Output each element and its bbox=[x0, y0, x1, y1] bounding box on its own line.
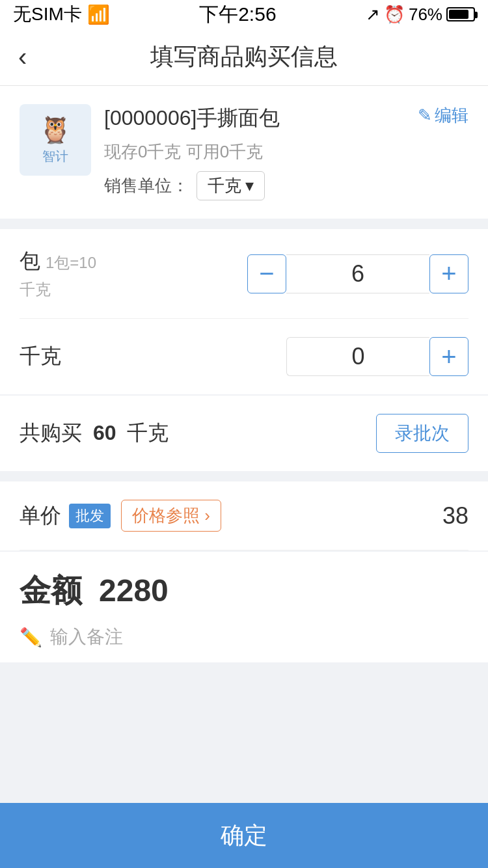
bao-qty-input[interactable] bbox=[286, 254, 429, 293]
chevron-down-icon: ▾ bbox=[245, 176, 254, 196]
qianke-qty-controls: + bbox=[286, 337, 468, 376]
page-title: 填写商品购买信息 bbox=[150, 41, 338, 73]
price-value: 38 bbox=[442, 502, 468, 530]
edit-icon: ✎ bbox=[418, 105, 432, 126]
unit-label: 销售单位： bbox=[104, 174, 189, 197]
bao-label: 包1包=10千克 bbox=[20, 247, 111, 300]
total-text: 共购买 60 千克 bbox=[20, 419, 169, 448]
status-bar-left: 无SIM卡 📶 bbox=[13, 2, 110, 27]
carrier-text: 无SIM卡 bbox=[13, 2, 82, 27]
edit-label: 编辑 bbox=[435, 104, 468, 127]
status-bar: 无SIM卡 📶 下午2:56 ↗ ⏰ 76% bbox=[0, 0, 488, 29]
product-info: [0000006]手撕面包 ✎ 编辑 现存0千克 可用0千克 销售单位： 千克 … bbox=[104, 104, 468, 200]
amount-row: 金额 2280 bbox=[20, 570, 468, 612]
qianke-qty-row: 千克 + bbox=[20, 319, 468, 394]
total-section: 共购买 60 千克 录批次 bbox=[0, 396, 488, 471]
wifi-icon: 📶 bbox=[87, 4, 110, 25]
batch-button[interactable]: 录批次 bbox=[376, 414, 468, 453]
remark-row[interactable]: ✏️ 输入备注 bbox=[20, 625, 468, 649]
product-card: 🦉 智计 [0000006]手撕面包 ✎ 编辑 现存0千克 可用0千克 销售单位… bbox=[0, 86, 488, 219]
total-unit: 千克 bbox=[127, 421, 169, 444]
battery-icon bbox=[446, 7, 475, 21]
amount-section: 金额 2280 ✏️ 输入备注 bbox=[0, 552, 488, 662]
status-time: 下午2:56 bbox=[199, 1, 276, 28]
confirm-label: 确定 bbox=[221, 820, 267, 852]
confirm-button[interactable]: 确定 bbox=[0, 803, 488, 868]
price-section: 单价 批发 价格参照 › 38 bbox=[0, 481, 488, 550]
total-prefix: 共购买 bbox=[20, 421, 82, 444]
back-button[interactable]: ‹ bbox=[18, 42, 27, 72]
product-thumb-label: 智计 bbox=[42, 148, 68, 165]
price-ref-button[interactable]: 价格参照 › bbox=[121, 500, 221, 532]
product-name: [0000006]手撕面包 bbox=[104, 104, 280, 133]
product-owl-icon: 🦉 bbox=[39, 115, 72, 145]
quantity-section: 包1包=10千克 − + 千克 + bbox=[0, 229, 488, 394]
status-bar-right: ↗ ⏰ 76% bbox=[366, 5, 475, 25]
nav-bar: ‹ 填写商品购买信息 bbox=[0, 29, 488, 86]
location-icon: ↗ bbox=[366, 5, 380, 25]
price-row: 单价 批发 价格参照 › 38 bbox=[20, 481, 468, 550]
price-tag: 批发 bbox=[69, 504, 111, 528]
unit-selector[interactable]: 千克 ▾ bbox=[197, 171, 265, 200]
product-stock: 现存0千克 可用0千克 bbox=[104, 141, 468, 163]
amount-value: 2280 bbox=[99, 573, 169, 608]
bao-plus-button[interactable]: + bbox=[429, 254, 468, 293]
qianke-plus-button[interactable]: + bbox=[429, 337, 468, 376]
alarm-icon: ⏰ bbox=[384, 5, 405, 25]
edit-button[interactable]: ✎ 编辑 bbox=[418, 104, 468, 127]
bao-qty-row: 包1包=10千克 − + bbox=[20, 229, 468, 319]
pencil-icon: ✏️ bbox=[20, 627, 42, 648]
bao-minus-button[interactable]: − bbox=[247, 254, 286, 293]
price-label: 单价 bbox=[20, 502, 61, 530]
bao-qty-controls: − + bbox=[247, 254, 468, 293]
qianke-label: 千克 bbox=[20, 342, 111, 371]
qianke-qty-input[interactable] bbox=[286, 337, 429, 376]
product-thumbnail: 🦉 智计 bbox=[20, 104, 91, 176]
remark-label: 输入备注 bbox=[50, 625, 123, 649]
unit-value: 千克 bbox=[208, 174, 241, 197]
amount-label: 金额 bbox=[20, 573, 82, 608]
total-amount: 60 bbox=[93, 421, 116, 444]
battery-percent: 76% bbox=[409, 5, 442, 25]
product-unit-row: 销售单位： 千克 ▾ bbox=[104, 171, 468, 200]
